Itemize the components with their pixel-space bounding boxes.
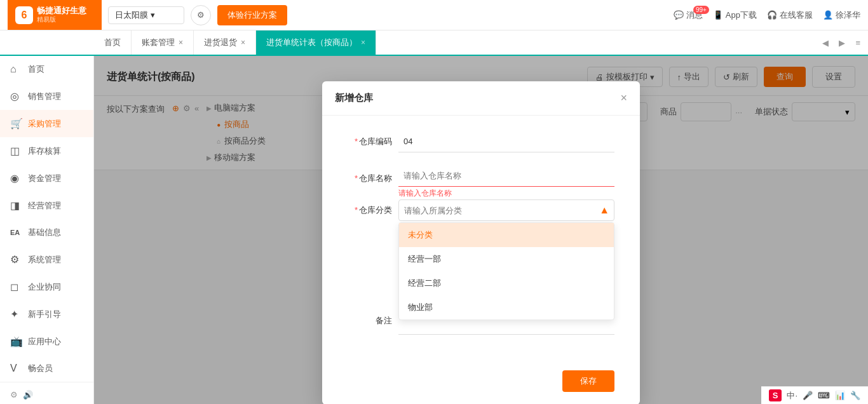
app-download-btn[interactable]: 📱 App下载 [713,10,757,21]
apps-icon: 📺 [10,335,23,347]
tab-purchase-stats[interactable]: 进货单统计表（按商品） × [256,30,376,55]
tab-account[interactable]: 账套管理 × [132,30,194,55]
sidebar-label-member: 畅会员 [28,363,53,374]
finance-icon: ◉ [10,172,23,184]
sidebar-item-inventory[interactable]: ◫ 库存核算 [0,137,93,165]
dropdown-item-1[interactable]: 经营一部 [399,247,614,271]
status-icon: 📊 [835,391,845,400]
content-area: 进货单统计(按商品) 🖨 按模板打印 ▾ ↑ 导出 ↺ 刷新 查询 设置 [94,56,868,404]
purchase-icon: 🛒 [10,118,23,130]
warehouse-name-row: 仓库名称 请输入仓库名称 [348,165,614,187]
warehouse-code-row: 仓库编码 [348,131,614,152]
sidebar-item-home[interactable]: ⌂ 首页 [0,56,93,83]
sidebar-item-finance[interactable]: ◉ 资金管理 [0,165,93,192]
lang-toggle[interactable]: 中· [787,390,797,401]
sidebar-item-enterprise[interactable]: ◻ 企业协同 [0,273,93,300]
sidebar-item-guide[interactable]: ✦ 新手引导 [0,300,93,328]
user-info[interactable]: 👤 徐泽华 [823,10,860,21]
top-right: 💬 消息 99+ 📱 App下载 🎧 在线客服 👤 徐泽华 [674,10,860,21]
tab-menu-icon[interactable]: ≡ [853,36,863,50]
warehouse-category-label: 仓库分类 [348,199,398,216]
sidebar-label-purchase: 采购管理 [28,118,61,130]
settings-icon[interactable]: ⚙ [10,390,18,400]
top-bar: 6 畅捷通好生意 精易版 日太阳膜 ▾ ⚙ 体验行业方案 💬 消息 99+ 📱 … [0,0,868,30]
dialog-header: 新增仓库 × [322,81,640,116]
notes-label: 备注 [348,310,398,327]
notification-area[interactable]: 💬 消息 99+ [674,10,703,21]
dialog-close-button[interactable]: × [620,91,627,105]
tab-next-icon[interactable]: ▶ [836,36,848,50]
enterprise-icon: ◻ [10,281,23,293]
dropdown-item-2[interactable]: 经营二部 [399,271,614,295]
gear-button[interactable]: ⚙ [191,5,211,25]
keyboard-icon[interactable]: ⌨ [818,391,830,400]
category-arrow-icon[interactable]: ▲ [599,205,609,216]
save-button[interactable]: 保存 [562,370,614,392]
username: 徐泽华 [836,10,860,21]
online-service-btn[interactable]: 🎧 在线客服 [767,10,813,21]
trial-button[interactable]: 体验行业方案 [217,5,287,25]
warehouse-name-error: 请输入仓库名称 [398,188,452,199]
home-icon: ⌂ [10,64,23,75]
sidebar-label-sales: 销售管理 [28,91,61,102]
store-selector[interactable]: 日太阳膜 ▾ [108,6,184,24]
tab-purchase-return-close[interactable]: × [241,38,245,47]
user-icon: 👤 [823,10,833,20]
tab-account-label: 账套管理 [142,37,175,48]
volume-icon[interactable]: 🔊 [23,390,33,400]
logo-sub: 精易版 [37,15,86,24]
sidebar-label-system: 系统管理 [28,254,61,266]
s-logo: S [769,389,782,401]
inventory-icon: ◫ [10,145,23,157]
tab-prev-icon[interactable]: ◀ [820,36,831,50]
sidebar-item-sales[interactable]: ◎ 销售管理 [0,83,93,110]
sidebar-item-system[interactable]: ⚙ 系统管理 [0,246,93,273]
sidebar: ⌂ 首页 ◎ 销售管理 🛒 采购管理 ◫ 库存核算 ◉ 资金管理 ◨ 经营管理 … [0,56,94,404]
headset-icon: 🎧 [767,10,777,20]
message-icon: 💬 [674,10,684,20]
new-warehouse-dialog: 新增仓库 × 仓库编码 仓库名称 请输入仓库名 [322,81,640,404]
sidebar-item-business[interactable]: ◨ 经营管理 [0,192,93,219]
chevron-down-icon: ▾ [151,10,155,20]
sidebar-item-apps[interactable]: 📺 应用中心 [0,328,93,355]
store-name: 日太阳膜 [115,10,148,21]
dropdown-item-3[interactable]: 物业部 [399,295,614,320]
notification-badge: 99+ [693,6,709,14]
tab-purchase-return[interactable]: 进货退货 × [194,30,256,55]
status-bar: S 中· 🎤 ⌨ 📊 🔧 [761,386,868,404]
logo-name: 畅捷通好生意 [37,6,86,16]
sidebar-item-purchase[interactable]: 🛒 采购管理 [0,110,93,137]
logo-icon: 6 [15,6,33,24]
sidebar-label-home: 首页 [28,64,44,75]
mic-icon[interactable]: 🎤 [803,391,813,400]
dropdown-item-0[interactable]: 未分类 [399,223,614,247]
system-icon: ⚙ [10,253,23,266]
sidebar-label-basic: 基础信息 [28,227,61,238]
main-layout: ⌂ 首页 ◎ 销售管理 🛒 采购管理 ◫ 库存核算 ◉ 资金管理 ◨ 经营管理 … [0,56,868,404]
sidebar-label-business: 经营管理 [28,200,61,212]
warehouse-category-row: 仓库分类 ▲ 未分类 经营一部 经营二部 物业部 [348,199,614,221]
dialog-body: 仓库编码 仓库名称 请输入仓库名称 仓库分类 [322,116,640,363]
tab-purchase-stats-close[interactable]: × [361,38,365,47]
sidebar-item-member[interactable]: V 畅会员 [0,355,93,382]
tab-home-label: 首页 [104,37,121,48]
warehouse-category-input[interactable] [398,199,614,221]
guide-icon: ✦ [10,308,23,320]
sidebar-label-apps: 应用中心 [28,336,61,347]
tab-bar-right: ◀ ▶ ≡ [815,30,868,55]
tab-bar: 首页 账套管理 × 进货退货 × 进货单统计表（按商品） × ◀ ▶ ≡ [0,30,868,56]
tools-icon[interactable]: 🔧 [850,391,860,400]
warehouse-code-input[interactable] [398,131,614,152]
member-icon: V [10,363,23,374]
basic-icon: EA [10,229,23,236]
dialog-overlay: 新增仓库 × 仓库编码 仓库名称 请输入仓库名 [94,56,868,404]
warehouse-name-input[interactable] [398,165,614,187]
phone-icon: 📱 [713,10,723,20]
sidebar-item-basic[interactable]: EA 基础信息 [0,219,93,246]
tab-home[interactable]: 首页 [94,30,132,55]
tab-purchase-return-label: 进货退货 [204,37,237,48]
sidebar-label-finance: 资金管理 [28,173,61,184]
warehouse-code-label: 仓库编码 [348,131,398,147]
tab-account-close[interactable]: × [179,38,183,47]
gear-icon: ⚙ [197,10,205,20]
